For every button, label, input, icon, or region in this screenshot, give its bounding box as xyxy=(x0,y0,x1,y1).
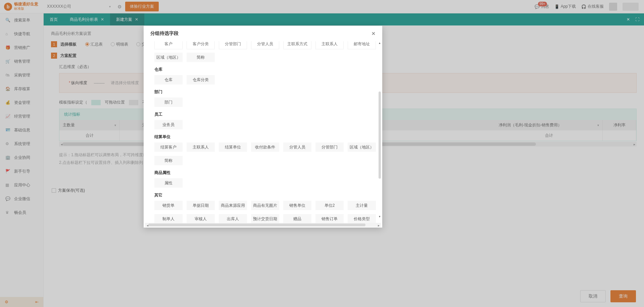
field-chip[interactable]: 单据日期 xyxy=(187,201,215,210)
group-title: 结算单位 xyxy=(154,134,376,140)
field-chip-short[interactable]: 简称 xyxy=(187,53,215,62)
field-chip[interactable]: 分管人员 xyxy=(251,41,279,49)
chip-row: 结算客户主联系人结算单位收付款条件分管人员分管部门区域（地区）简称 xyxy=(154,142,376,165)
partial-row-top: 客户 客户分类 分管部门 分管人员 主联系方式 主联系人 邮寄地址 xyxy=(154,41,376,49)
scrollbar-thumb[interactable] xyxy=(379,91,381,179)
field-chip[interactable]: 销货单 xyxy=(154,201,183,210)
field-chip[interactable]: 赠品 xyxy=(283,214,311,223)
modal-header: 分组待选字段 ✕ xyxy=(144,26,382,41)
scroll-down-icon[interactable]: ▾ xyxy=(379,215,381,218)
chip-row: 业务员 xyxy=(154,120,376,129)
scroll-right-icon[interactable]: ▸ xyxy=(376,223,381,228)
field-chip[interactable]: 分管部门 xyxy=(315,142,344,152)
field-chip[interactable]: 销售订单 xyxy=(315,214,344,223)
field-chip[interactable]: 仓库分类 xyxy=(187,75,215,84)
chip-row: 仓库仓库分类 xyxy=(154,75,376,84)
field-chip[interactable]: 分管人员 xyxy=(283,142,311,152)
chip-row: 属性 xyxy=(154,178,376,188)
field-chip[interactable]: 邮寄地址 xyxy=(348,41,376,49)
field-chip[interactable]: 收付款条件 xyxy=(251,142,279,152)
field-chip[interactable]: 主联系方式 xyxy=(283,41,311,49)
field-chip[interactable]: 客户分类 xyxy=(187,41,215,49)
chip-row: 部门 xyxy=(154,98,376,107)
field-chip[interactable]: 客户 xyxy=(154,41,183,49)
modal-title: 分组待选字段 xyxy=(150,30,179,37)
group-title: 其它 xyxy=(154,192,376,198)
field-chip[interactable]: 商品来源应用 xyxy=(219,201,247,210)
field-chip[interactable]: 区域（地区） xyxy=(348,142,376,152)
group-title: 仓库 xyxy=(154,67,376,72)
scrollbar-thumb[interactable] xyxy=(148,224,365,226)
chip-row: 区域（地区） 简称 xyxy=(154,53,376,62)
close-icon[interactable]: ✕ xyxy=(371,31,376,36)
field-chip[interactable]: 结算单位 xyxy=(219,142,247,152)
group-title: 部门 xyxy=(154,89,376,95)
field-chip[interactable]: 主联系人 xyxy=(315,41,344,49)
group-title: 商品属性 xyxy=(154,170,376,176)
field-chip[interactable]: 出库人 xyxy=(219,214,247,223)
group-title: 员工 xyxy=(154,112,376,117)
scroll-up-icon[interactable]: ▴ xyxy=(379,41,381,45)
chip-row: 销货单单据日期商品来源应用商品有无图片销售单位单位2主计量制单人审核人出库人预计… xyxy=(154,201,376,223)
field-chip[interactable]: 结算客户 xyxy=(154,142,183,152)
field-chip[interactable]: 价格类型 xyxy=(348,214,376,223)
field-chip[interactable]: 属性 xyxy=(154,178,183,188)
field-chip[interactable]: 商品有无图片 xyxy=(251,201,279,210)
field-chip[interactable]: 审核人 xyxy=(187,214,215,223)
modal-v-scrollbar[interactable]: ▴ ▾ xyxy=(379,41,381,218)
field-chip-region[interactable]: 区域（地区） xyxy=(154,53,183,62)
field-chip[interactable]: 业务员 xyxy=(154,120,183,129)
field-chip[interactable]: 销售单位 xyxy=(283,201,311,210)
field-chip[interactable]: 简称 xyxy=(154,156,183,165)
field-chip[interactable]: 主计量 xyxy=(348,201,376,210)
modal-body: 客户 客户分类 分管部门 分管人员 主联系方式 主联系人 邮寄地址 区域（地区）… xyxy=(144,41,382,223)
field-picker-modal: 分组待选字段 ✕ 客户 客户分类 分管部门 分管人员 主联系方式 主联系人 邮寄… xyxy=(144,26,382,228)
field-chip[interactable]: 部门 xyxy=(154,98,183,107)
field-chip[interactable]: 主联系人 xyxy=(187,142,215,152)
field-chip[interactable]: 预计交货日期 xyxy=(251,214,279,223)
field-chip[interactable]: 单位2 xyxy=(315,201,344,210)
field-chip[interactable]: 分管部门 xyxy=(219,41,247,49)
modal-h-scrollbar[interactable]: ◂ ▸ xyxy=(145,223,381,227)
field-chip[interactable]: 制单人 xyxy=(154,214,183,223)
field-chip[interactable]: 仓库 xyxy=(154,75,183,84)
